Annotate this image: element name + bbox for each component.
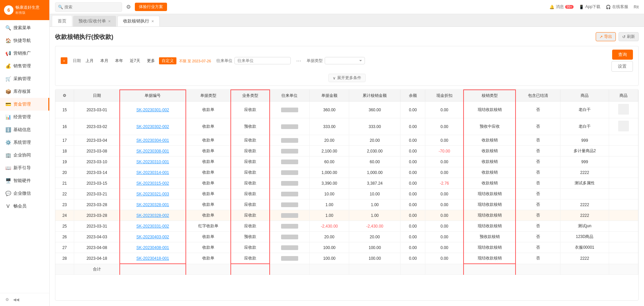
bill-no-link[interactable]: SK-20230304-001 (137, 138, 169, 143)
td-bill_no[interactable]: SK-20230331-002 (120, 221, 185, 232)
td-partner: ██████ (270, 135, 310, 146)
td-bill_no[interactable]: SK-20230328-002 (120, 210, 185, 221)
tab-home[interactable]: 首页 (52, 16, 72, 26)
sidebar-item-operation[interactable]: 📊经营管理 (0, 111, 49, 123)
sidebar-item-quick-nav[interactable]: 🏠快捷导航 (0, 34, 49, 47)
td-bill_no[interactable]: SK-20230304-001 (120, 135, 185, 146)
sidebar-item-basic[interactable]: ℹ️基础信息 (0, 123, 49, 136)
sidebar-item-hardware[interactable]: 🖥️智能硬件 (0, 174, 49, 187)
sidebar-item-search-menu[interactable]: 🔍搜索菜单 (0, 21, 49, 34)
bill-no-link[interactable]: SK-20230403-002 (137, 235, 169, 239)
bill-no-link[interactable]: SK-20230408-001 (137, 245, 169, 250)
nav-label-sales: 销售管理 (13, 63, 31, 69)
date-opt-this-month[interactable]: 本月 (98, 57, 111, 64)
td-bill_no[interactable]: SK-20230403-002 (120, 232, 185, 242)
bill-no-link[interactable]: SK-20230314-001 (137, 170, 169, 175)
td-partner: ██████ (270, 118, 310, 135)
expand-conditions-btn[interactable]: ∨ 展开更多条件 (328, 74, 366, 82)
query-btn[interactable]: 查询 (612, 50, 633, 60)
td-bill_no[interactable]: SK-20230314-001 (120, 167, 185, 178)
td-include_settled: 否 (516, 146, 560, 157)
td-balance: 0.00 (400, 232, 425, 242)
tab-reconcile[interactable]: 收款核销执行✕ (117, 16, 160, 26)
sidebar-item-enterprise[interactable]: 🏢企业协同 (0, 149, 49, 162)
tab-prepay[interactable]: 预收/应收付单✕ (73, 16, 116, 26)
bill-type-select[interactable] (325, 57, 365, 64)
td-settings: 20 (55, 167, 74, 178)
td-bill_no[interactable]: SK-20230301-002 (120, 102, 185, 118)
nav-icon-finance: 💳 (5, 102, 11, 107)
td-bill_no[interactable]: SK-20230328-001 (120, 199, 185, 210)
date-opt-last-month[interactable]: 上月 (83, 57, 96, 64)
sidebar-item-sales[interactable]: 💰销售管理 (0, 60, 49, 72)
td-bill_type: 收款单 (186, 135, 231, 146)
date-opt-this-year[interactable]: 本年 (112, 57, 126, 64)
headset-icon: 🎧 (606, 5, 611, 9)
bill-no-link[interactable]: SK-20230310-001 (137, 160, 169, 164)
bill-no-link[interactable]: SK-20230418-001 (137, 256, 169, 261)
bill-no-link[interactable]: SK-20230308-001 (137, 149, 169, 154)
page-content: 收款核销执行(按收款) ↗ 导出 ↺ 刷新 » 日期 上月 (50, 27, 644, 306)
bill-no-link[interactable]: SK-20230315-002 (137, 181, 169, 186)
td-date: 2023-04-18 (74, 253, 120, 264)
td-bill_no[interactable]: SK-20230418-001 (120, 253, 185, 264)
td-biz_type: 应收款 (231, 199, 269, 210)
td-product: 老白干 (560, 118, 609, 135)
bill-no-link[interactable]: SK-20230301-002 (137, 108, 169, 112)
topbar-gear-icon[interactable]: ⚙ (126, 4, 131, 10)
td-bill_no[interactable]: SK-20230315-002 (120, 178, 185, 189)
date-opt-more[interactable]: 更多 (144, 57, 158, 64)
sidebar-item-finance[interactable]: 💳资金管理 (0, 98, 49, 111)
bill-no-link[interactable]: SK-20230328-002 (137, 213, 169, 218)
filter-settings-btn[interactable]: 设置 (611, 61, 633, 72)
sidebar-item-marketing[interactable]: 📢营销推广 (0, 47, 49, 60)
user-avatar[interactable]: Rit (634, 5, 639, 9)
sidebar-item-member[interactable]: V畅会员 (0, 200, 49, 212)
date-opt-7days[interactable]: 近7天 (127, 57, 143, 64)
td-include_settled: 否 (516, 242, 560, 253)
messages-btn[interactable]: 🔔 消息 99+ (549, 4, 574, 10)
td-product_img (609, 178, 638, 189)
td-bill_no[interactable]: SK-20230308-001 (120, 146, 185, 157)
search-box[interactable]: 🔍 (55, 2, 122, 12)
tab-close-prepay[interactable]: ✕ (108, 19, 111, 23)
refresh-btn[interactable]: ↺ 刷新 (619, 32, 639, 41)
chevron-down-icon: ∨ (333, 76, 336, 80)
support-btn[interactable]: 🎧 在线客服 (606, 4, 628, 10)
td-cum_amount: 1,000.00 (349, 167, 400, 178)
bill-no-link[interactable]: SK-20230321-003 (137, 192, 169, 196)
td-bill_no[interactable]: SK-20230321-003 (120, 189, 185, 199)
search-input[interactable] (64, 5, 111, 9)
collapse-icon[interactable]: ◀◀ (13, 297, 19, 302)
td-balance: 0.00 (400, 135, 425, 146)
bill-no-link[interactable]: SK-20230302-002 (137, 124, 169, 129)
sidebar-item-purchase[interactable]: 🛒采购管理 (0, 72, 49, 85)
export-btn[interactable]: ↗ 导出 (596, 32, 616, 41)
td-product: 测试jun (560, 221, 609, 232)
product-thumb (618, 121, 629, 131)
settings-icon[interactable]: ⚙ (5, 297, 9, 302)
expand-row: ∨ 展开更多条件 (61, 74, 633, 82)
filter-toggle-btn[interactable]: » (61, 57, 67, 64)
th-settings: ⚙ (55, 90, 74, 102)
industry-btn[interactable]: 体验行业方案 (135, 3, 167, 11)
th-partner: 往来单位 (270, 90, 310, 102)
app-download-btn[interactable]: 📱 App下载 (579, 4, 600, 10)
sidebar-item-guide[interactable]: 📖新手引导 (0, 162, 49, 174)
partner-input[interactable] (234, 57, 291, 64)
td-bill_no[interactable]: SK-20230310-001 (120, 157, 185, 167)
td-product: 999 (560, 157, 609, 167)
date-opt-custom[interactable]: 自定义 (159, 57, 176, 64)
td-bill_no[interactable]: SK-20230302-002 (120, 118, 185, 135)
td-amount: 333.00 (310, 118, 349, 135)
td-bill_no[interactable]: SK-20230408-001 (120, 242, 185, 253)
sidebar-item-wechat[interactable]: 💬企业微信 (0, 187, 49, 200)
bill-no-link[interactable]: SK-20230328-001 (137, 202, 169, 207)
tab-close-reconcile[interactable]: ✕ (151, 19, 154, 23)
td-settings: 21 (55, 178, 74, 189)
bill-no-link[interactable]: SK-20230331-002 (137, 224, 169, 229)
sidebar-item-system[interactable]: ⚙️系统管理 (0, 136, 49, 149)
table-body: 152023-03-01SK-20230301-002收款单应收款██████3… (55, 102, 638, 275)
table-row: 282023-04-18SK-20230418-001收款单应收款██████1… (55, 253, 638, 264)
sidebar-item-inventory[interactable]: 📦库存核算 (0, 85, 49, 98)
